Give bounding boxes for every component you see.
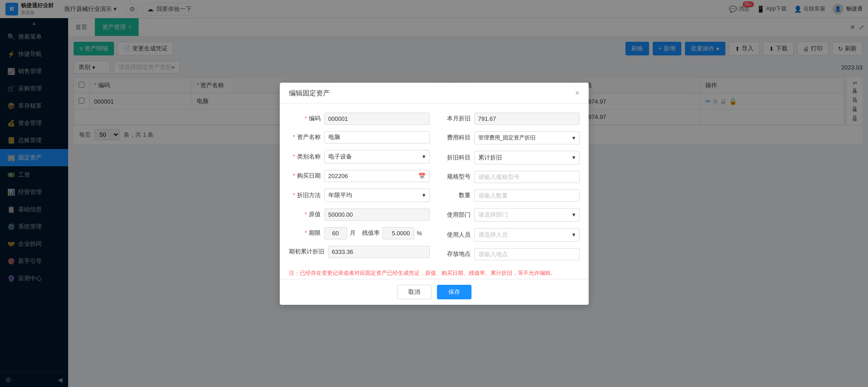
chevron-down-icon: ▾ xyxy=(572,134,575,141)
chevron-down-icon: ▾ xyxy=(422,153,426,160)
name-input[interactable] xyxy=(324,131,430,144)
chevron-down-icon: ▾ xyxy=(572,211,575,218)
period-cumul-label: 期初累计折旧 xyxy=(289,248,324,256)
form-row-user: 使用人员 请选择人员 ▾ xyxy=(439,228,580,242)
quantity-input[interactable] xyxy=(474,189,580,202)
monthly-dep-label: 本月折旧 xyxy=(439,114,471,123)
code-input[interactable] xyxy=(324,113,430,125)
monthly-dep-input[interactable] xyxy=(474,113,580,125)
form-row-original-value: 原值 xyxy=(289,208,430,221)
form-row-monthly-dep: 本月折旧 xyxy=(439,113,580,125)
form-row-category: 类别名称 电子设备 ▾ xyxy=(289,150,430,164)
quantity-label: 数量 xyxy=(439,191,471,199)
modal-left-col: 编码 资产名称 类别名称 电子设备 ▾ 购 xyxy=(289,113,430,260)
category-label: 类别名称 xyxy=(289,153,321,161)
form-row-spec: 规格型号 xyxy=(439,171,580,183)
dept-select[interactable]: 请选择部门 ▾ xyxy=(474,208,580,222)
dep-subject-select[interactable]: 累计折旧 ▾ xyxy=(474,151,580,164)
period-residual-row: 月 残值率 % xyxy=(324,227,422,239)
modal-body: 编码 资产名称 类别名称 电子设备 ▾ 购 xyxy=(280,104,589,269)
modal-note: 注：已经存在变更记录或者对应固定资产已经生成凭证，原值、购买日期、残值率、累计折… xyxy=(280,269,589,279)
modal-right-col: 本月折旧 费用科目 管理费用_固定资产折旧 ▾ 折旧科目 累计折旧 xyxy=(439,113,580,260)
period-input[interactable] xyxy=(324,227,347,239)
form-row-location: 存放地点 xyxy=(439,248,580,260)
residual-rate-label: 残值率 xyxy=(362,229,380,237)
form-row-quantity: 数量 xyxy=(439,189,580,202)
expense-subject-select[interactable]: 管理费用_固定资产折旧 ▾ xyxy=(474,131,580,144)
modal-footer: 取消 保存 xyxy=(280,279,589,305)
chevron-down-icon: ▾ xyxy=(572,154,575,161)
form-row-dep-subject: 折旧科目 累计折旧 ▾ xyxy=(439,151,580,164)
form-row-code: 编码 xyxy=(289,113,430,125)
form-row-period-cumul: 期初累计折旧 xyxy=(289,246,430,258)
modal-overlay: 编辑固定资产 × 编码 资产名称 类别名称 电 xyxy=(0,0,868,387)
user-label: 使用人员 xyxy=(439,231,471,239)
name-label: 资产名称 xyxy=(289,133,321,141)
dept-label: 使用部门 xyxy=(439,211,471,219)
form-row-dept: 使用部门 请选择部门 ▾ xyxy=(439,208,580,222)
dep-method-label: 折旧方法 xyxy=(289,191,321,199)
residual-rate-input[interactable] xyxy=(382,227,414,239)
chevron-down-icon: ▾ xyxy=(572,231,575,238)
form-row-purchase-date: 购买日期 202206 📅 xyxy=(289,170,430,182)
user-select[interactable]: 请选择人员 ▾ xyxy=(474,228,580,242)
cancel-button[interactable]: 取消 xyxy=(397,285,432,299)
chevron-down-icon: ▾ xyxy=(422,192,426,198)
modal-title: 编辑固定资产 xyxy=(289,89,330,98)
modal-close-btn[interactable]: × xyxy=(575,89,579,97)
period-unit: 月 xyxy=(350,229,356,237)
dep-subject-label: 折旧科目 xyxy=(439,154,471,162)
save-button[interactable]: 保存 xyxy=(437,285,471,299)
form-row-expense-subject: 费用科目 管理费用_固定资产折旧 ▾ xyxy=(439,131,580,144)
category-select[interactable]: 电子设备 ▾ xyxy=(324,150,430,164)
purchase-date-input[interactable]: 202206 📅 xyxy=(324,170,430,182)
original-value-label: 原值 xyxy=(289,210,321,218)
original-value-input[interactable] xyxy=(324,208,430,221)
location-label: 存放地点 xyxy=(439,250,471,258)
residual-unit: % xyxy=(417,230,422,237)
spec-label: 规格型号 xyxy=(439,173,471,181)
expense-subject-label: 费用科目 xyxy=(439,134,471,142)
form-row-dep-method: 折旧方法 年限平均 ▾ xyxy=(289,189,430,202)
location-input[interactable] xyxy=(474,248,580,260)
period-label: 期限 xyxy=(289,229,321,237)
code-label: 编码 xyxy=(289,114,321,123)
purchase-date-label: 购买日期 xyxy=(289,172,321,180)
form-row-name: 资产名称 xyxy=(289,131,430,144)
form-row-period: 期限 月 残值率 % xyxy=(289,227,430,239)
modal-header: 编辑固定资产 × xyxy=(280,83,589,104)
period-cumul-input[interactable] xyxy=(328,246,430,258)
edit-asset-modal: 编辑固定资产 × 编码 资产名称 类别名称 电 xyxy=(280,83,589,305)
spec-input[interactable] xyxy=(474,171,580,183)
calendar-icon: 📅 xyxy=(418,173,426,179)
dep-method-select[interactable]: 年限平均 ▾ xyxy=(324,189,430,202)
